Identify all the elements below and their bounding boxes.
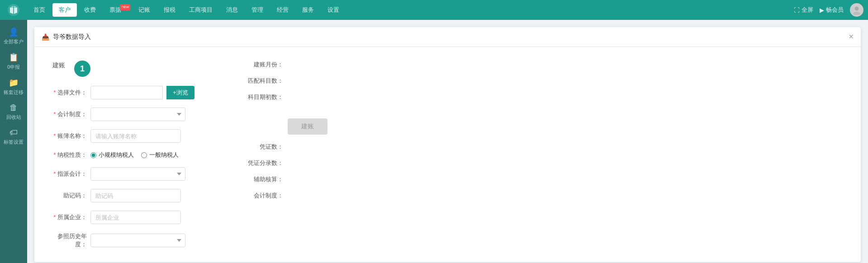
tax-type-general-label[interactable]: 一般纳税人 [141, 151, 179, 159]
person-icon: 👤 [9, 27, 19, 37]
tax-type-small-label[interactable]: 小规模纳税人 [90, 151, 134, 159]
file-select-row: * 选择文件： +浏览 [52, 86, 215, 99]
auxiliary-row: 辅助核算： [242, 175, 843, 183]
right-accounting-system-row: 会计制度： [242, 192, 843, 200]
dialog-body: 建账 1 * 选择文件： +浏览 * 会计制度 [34, 47, 861, 262]
fullscreen-button[interactable]: ⛶ 全屏 [794, 6, 813, 14]
auxiliary-label: 辅助核算： [242, 175, 283, 183]
step-circle: 1 [74, 61, 90, 77]
company-label: * 所属企业： [52, 213, 87, 221]
accounting-system-select[interactable] [90, 108, 185, 121]
invoice-badge: new [120, 4, 130, 10]
sidebar-item-all-customers[interactable]: 👤 全部客户 [0, 23, 27, 49]
form-section-left: 建账 1 * 选择文件： +浏览 * 会计制度 [52, 61, 215, 249]
topnav-item-manage[interactable]: 管理 [245, 3, 270, 17]
subject-init-row: 科目期初数： [242, 93, 843, 101]
tax-type-general-radio[interactable] [141, 152, 147, 158]
dialog-header: 📥 导爷数据导入 [34, 27, 861, 47]
memo-row: 助记码： [52, 189, 215, 202]
tax-type-row: * 纳税性质： 小规模纳税人 一般纳税人 [52, 151, 215, 159]
topnav-item-operation[interactable]: 经营 [270, 3, 295, 17]
file-select-input[interactable] [90, 86, 163, 99]
dialog-close-button[interactable]: × [849, 33, 854, 41]
history-year-select[interactable] [90, 234, 185, 247]
tax-type-radio-group: 小规模纳税人 一般纳税人 [90, 151, 179, 159]
topnav-item-settings[interactable]: 设置 [321, 3, 346, 17]
voucher-entry-label: 凭证分录数： [242, 159, 283, 167]
topnav: 首页 客户 收费 票据 new 记账 报税 工商项目 消息 管理 经营 服务 设… [0, 0, 868, 20]
topnav-item-message[interactable]: 消息 [220, 3, 244, 17]
avatar[interactable] [850, 3, 863, 17]
match-subject-label: 匹配科目数： [242, 77, 283, 85]
topnav-item-service[interactable]: 服务 [296, 3, 320, 17]
voucher-count-label: 凭证数： [242, 143, 283, 151]
tax-type-label: * 纳税性质： [52, 151, 87, 159]
form-area: * 选择文件： +浏览 * 会计制度： [52, 86, 215, 249]
sidebar: 👤 全部客户 📋 0申报 📁 账套迁移 🗑 回收站 🏷 标签设置 [0, 20, 27, 263]
file-select-label: * 选择文件： [52, 89, 87, 97]
build-month-label: 建账月份： [242, 61, 283, 69]
accounting-system-row: * 会计制度： [52, 108, 215, 121]
browse-button[interactable]: +浏览 [166, 86, 194, 99]
sidebar-item-tag-settings[interactable]: 🏷 标签设置 [0, 124, 27, 149]
ledger-name-row: * 账簿名称： [52, 129, 215, 143]
step-badge-container: 建账 1 [52, 61, 90, 77]
sidebar-item-declaration[interactable]: 📋 0申报 [0, 49, 27, 74]
declaration-icon: 📋 [9, 52, 19, 62]
accountant-label: * 指派会计： [52, 170, 87, 178]
build-month-row: 建账月份： [242, 61, 843, 69]
dialog-title: 导爷数据导入 [53, 33, 91, 41]
voucher-count-row: 凭证数： [242, 143, 843, 151]
tag-icon: 🏷 [9, 128, 18, 137]
history-year-label: 参照历史年度： [52, 232, 87, 249]
accountant-select[interactable] [90, 167, 185, 181]
sidebar-item-account-migration[interactable]: 📁 账套迁移 [0, 74, 27, 99]
create-account-button[interactable]: 建账 [288, 118, 327, 135]
tax-type-general-text: 一般纳税人 [149, 151, 179, 159]
right-accounting-system-label: 会计制度： [242, 192, 283, 200]
recycle-icon: 🗑 [9, 103, 18, 113]
fullscreen-icon: ⛶ [794, 7, 800, 14]
topnav-item-tax[interactable]: 报税 [157, 3, 182, 17]
app-logo[interactable] [5, 1, 23, 19]
ledger-name-label: * 账簿名称： [52, 132, 87, 140]
accountant-row: * 指派会计： [52, 167, 215, 181]
match-subject-row: 匹配科目数： [242, 77, 843, 85]
history-year-row: 参照历史年度： [52, 232, 215, 249]
subject-init-label: 科目期初数： [242, 93, 283, 101]
topnav-item-customer[interactable]: 客户 [52, 3, 77, 17]
memo-input[interactable] [90, 189, 181, 202]
sidebar-item-recycle[interactable]: 🗑 回收站 [0, 99, 27, 124]
company-input[interactable] [90, 211, 181, 224]
create-button-row: 建账 [242, 114, 843, 135]
memo-label: 助记码： [52, 192, 87, 200]
svg-point-2 [854, 12, 860, 15]
form-section-right: 建账月份： 匹配科目数： 科目期初数： 建账 凭证数： [242, 61, 843, 249]
vip-icon: ▶ [820, 7, 824, 14]
topnav-item-ledger[interactable]: 记账 [132, 3, 157, 17]
dialog-container: 📥 导爷数据导入 × 建账 1 * 选择文件： +浏览 [34, 27, 861, 262]
topnav-item-home[interactable]: 首页 [27, 3, 52, 17]
svg-point-1 [855, 7, 859, 11]
topnav-item-bizproject[interactable]: 工商项目 [183, 3, 219, 17]
topnav-item-fee[interactable]: 收费 [78, 3, 102, 17]
company-row: * 所属企业： [52, 211, 215, 224]
main-content: 📥 导爷数据导入 × 建账 1 * 选择文件： +浏览 [27, 20, 868, 263]
topnav-item-invoice[interactable]: 票据 new [103, 3, 131, 17]
tax-type-small-radio[interactable] [90, 152, 96, 158]
voucher-entry-row: 凭证分录数： [242, 159, 843, 167]
accounting-system-label: * 会计制度： [52, 110, 87, 118]
dialog-header-icon: 📥 [42, 33, 49, 41]
topnav-right: ⛶ 全屏 ▶ 畅会员 [794, 3, 863, 17]
ledger-name-input[interactable] [90, 129, 181, 143]
topnav-items: 首页 客户 收费 票据 new 记账 报税 工商项目 消息 管理 经营 服务 设… [27, 3, 794, 17]
step-label: 建账 [52, 61, 65, 70]
tax-type-small-text: 小规模纳税人 [99, 151, 134, 159]
migration-icon: 📁 [9, 78, 19, 88]
vip-button[interactable]: ▶ 畅会员 [820, 6, 844, 14]
